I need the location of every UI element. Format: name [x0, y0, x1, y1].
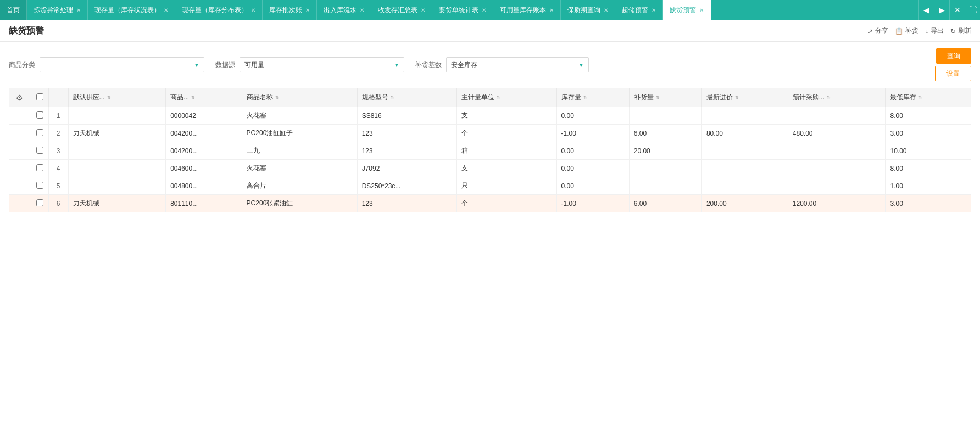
close-tab-available[interactable]: ✕	[549, 7, 554, 13]
row-gear-5	[9, 195, 31, 212]
tab-shelf-life[interactable]: 保质期查询 ✕	[561, 0, 615, 20]
settings-button[interactable]: 设置	[935, 66, 971, 81]
sort-icon-unit: ⇅	[497, 95, 500, 100]
datasource-select[interactable]: 可用量 ▼	[240, 57, 404, 72]
th-product-name[interactable]: 商品名称 ⇅	[242, 88, 357, 107]
row-product-name-2: 三九	[242, 142, 357, 160]
tab-batch-account[interactable]: 库存批次账 ✕	[263, 0, 317, 20]
row-checkbox-3[interactable]	[31, 160, 48, 177]
tab-defect-abnormal[interactable]: 拣货异常处理 ✕	[27, 0, 88, 20]
tab-demand-stats[interactable]: 要货单统计表 ✕	[432, 0, 493, 20]
query-button[interactable]: 查询	[936, 48, 971, 64]
th-stock[interactable]: 库存量 ⇅	[556, 88, 629, 107]
tab-shortage[interactable]: 缺货预警 ✕	[663, 0, 711, 20]
row-check-1[interactable]	[36, 129, 43, 136]
row-check-2[interactable]	[36, 147, 43, 154]
row-checkbox-4[interactable]	[31, 177, 48, 195]
tab-scroll-left[interactable]: ◀	[918, 0, 934, 20]
tab-close-current[interactable]: ✕	[949, 0, 965, 20]
row-check-4[interactable]	[36, 182, 43, 189]
row-product-code-4: 004800...	[166, 177, 242, 195]
tab-inout-flow[interactable]: 出入库流水 ✕	[317, 0, 371, 20]
row-num-1: 2	[48, 125, 68, 142]
table-row: 6 力天机械 801110... PC200张紧油缸 123 个 -1.00 6…	[9, 195, 971, 212]
export-action[interactable]: ↓ 导出	[925, 26, 944, 36]
row-checkbox-1[interactable]	[31, 125, 48, 142]
row-product-code-0: 0000042	[166, 107, 242, 125]
row-replenish-qty-4	[629, 177, 701, 195]
row-min-stock-1: 3.00	[886, 125, 971, 142]
row-latest-price-2	[701, 142, 788, 160]
tab-home[interactable]: 首页	[0, 0, 27, 20]
row-gear-0	[9, 107, 31, 125]
gear-icon[interactable]: ⚙	[16, 93, 23, 102]
replenish-action[interactable]: 📋 补货	[895, 26, 918, 36]
row-product-name-0: 火花塞	[242, 107, 357, 125]
close-tab-inv-dist[interactable]: ✕	[251, 7, 255, 13]
row-stock-2: 0.00	[556, 142, 629, 160]
th-min-stock[interactable]: 最低库存 ⇅	[886, 88, 971, 107]
tab-fullscreen[interactable]: ⛶	[965, 0, 980, 20]
share-action[interactable]: ↗ 分享	[867, 26, 888, 36]
row-unit-3: 支	[456, 160, 556, 177]
tab-available-ledger[interactable]: 可用量库存账本 ✕	[493, 0, 561, 20]
th-latest-price[interactable]: 最新进价 ⇅	[701, 88, 788, 107]
th-unit[interactable]: 主计量单位 ⇅	[456, 88, 556, 107]
row-spec-1: 123	[357, 125, 456, 142]
sort-icon-supplier: ⇅	[107, 95, 111, 100]
tab-inventory-dist[interactable]: 现存量（库存分布表） ✕	[175, 0, 263, 20]
row-gear-1	[9, 125, 31, 142]
row-spec-3: J7092	[357, 160, 456, 177]
close-tab-overstock[interactable]: ✕	[652, 7, 656, 13]
th-product-code[interactable]: 商品... ⇅	[166, 88, 242, 107]
row-check-5[interactable]	[36, 199, 43, 206]
row-checkbox-5[interactable]	[31, 195, 48, 212]
close-tab-defect[interactable]: ✕	[76, 7, 81, 13]
close-tab-collect[interactable]: ✕	[421, 7, 425, 13]
filter-actions: 查询 设置	[935, 48, 971, 81]
row-stock-0: 0.00	[556, 107, 629, 125]
row-latest-price-1: 80.00	[701, 125, 788, 142]
refresh-action[interactable]: ↻ 刷新	[950, 26, 971, 36]
close-tab-inv-status[interactable]: ✕	[164, 7, 168, 13]
row-spec-0: SS816	[357, 107, 456, 125]
row-num-4: 5	[48, 177, 68, 195]
category-select[interactable]: ▼	[40, 57, 204, 72]
replenish-basis-select[interactable]: 安全库存 ▼	[446, 57, 589, 72]
close-tab-shelf[interactable]: ✕	[604, 7, 608, 13]
close-tab-shortage[interactable]: ✕	[699, 7, 704, 13]
th-estimated-purchase[interactable]: 预计采购... ⇅	[788, 88, 886, 107]
tab-scroll-right[interactable]: ▶	[934, 0, 949, 20]
tab-collect-summary[interactable]: 收发存汇总表 ✕	[371, 0, 432, 20]
row-supplier-2	[68, 142, 166, 160]
th-default-supplier[interactable]: 默认供应... ⇅	[68, 88, 166, 107]
table-row: 1 0000042 火花塞 SS816 支 0.00 8.00	[9, 107, 971, 125]
row-replenish-qty-1: 6.00	[629, 125, 701, 142]
row-check-3[interactable]	[36, 164, 43, 171]
row-unit-4: 只	[456, 177, 556, 195]
tab-inventory-status[interactable]: 现存量（库存状况表） ✕	[88, 0, 175, 20]
row-est-purchase-2	[788, 142, 886, 160]
row-replenish-qty-5: 6.00	[629, 195, 701, 212]
row-num-3: 4	[48, 160, 68, 177]
select-all-checkbox[interactable]	[36, 93, 43, 100]
tab-overstock[interactable]: 超储预警 ✕	[615, 0, 663, 20]
close-tab-inout[interactable]: ✕	[360, 7, 364, 13]
row-unit-1: 个	[456, 125, 556, 142]
th-checkbox	[31, 88, 48, 107]
row-checkbox-0[interactable]	[31, 107, 48, 125]
close-tab-demand[interactable]: ✕	[482, 7, 486, 13]
th-spec[interactable]: 规格型号 ⇅	[357, 88, 456, 107]
row-supplier-4	[68, 177, 166, 195]
row-min-stock-5: 3.00	[886, 195, 971, 212]
row-gear-4	[9, 177, 31, 195]
row-check-0[interactable]	[36, 111, 43, 119]
close-tab-batch[interactable]: ✕	[305, 7, 310, 13]
th-replenish-qty[interactable]: 补货量 ⇅	[629, 88, 701, 107]
row-product-name-4: 离合片	[242, 177, 357, 195]
row-min-stock-3: 8.00	[886, 160, 971, 177]
row-product-code-1: 004200...	[166, 125, 242, 142]
row-checkbox-2[interactable]	[31, 142, 48, 160]
row-spec-5: 123	[357, 195, 456, 212]
th-gear: ⚙	[9, 88, 31, 107]
